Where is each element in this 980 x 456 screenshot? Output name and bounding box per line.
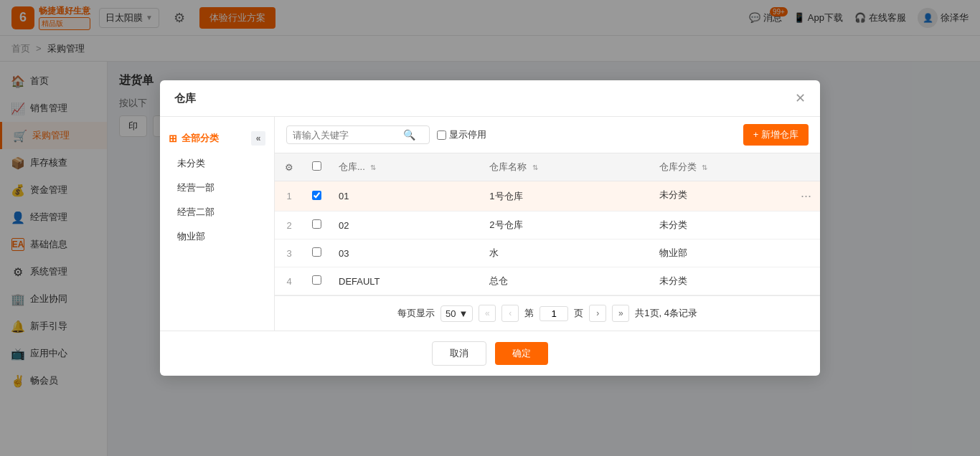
row-num: 1 xyxy=(275,181,303,212)
sort-category-icon: ⇅ xyxy=(702,163,707,171)
row-code: DEFAULT xyxy=(330,267,481,295)
select-all-checkbox[interactable] xyxy=(312,161,321,171)
row-checkbox-cell xyxy=(303,239,330,267)
row-checkbox[interactable] xyxy=(312,191,321,200)
col-settings: ⚙ xyxy=(275,153,303,181)
total-info: 共1页, 4条记录 xyxy=(635,307,697,320)
row-name: 总仓 xyxy=(481,267,650,295)
show-disabled-label[interactable]: 显示停用 xyxy=(437,128,486,141)
category-item-uncategorized[interactable]: 未分类 xyxy=(160,151,274,176)
category-item-ops2[interactable]: 经营二部 xyxy=(160,200,274,224)
first-page-button[interactable]: « xyxy=(479,305,496,322)
category-item-property[interactable]: 物业部 xyxy=(160,224,274,249)
cancel-button[interactable]: 取消 xyxy=(432,341,486,366)
row-num: 2 xyxy=(275,212,303,239)
dialog-title: 仓库 xyxy=(174,92,196,105)
sort-code-icon: ⇅ xyxy=(370,163,376,171)
page-number-input[interactable] xyxy=(540,306,568,321)
col-category: 仓库分类 ⇅ xyxy=(651,153,820,181)
row-num: 4 xyxy=(275,267,303,295)
row-category: 未分类 xyxy=(651,212,820,239)
row-checkbox-cell xyxy=(303,267,330,295)
per-page-arrow-icon: ▼ xyxy=(458,308,468,319)
settings-col-icon: ⚙ xyxy=(285,162,293,173)
row-checkbox-cell xyxy=(303,212,330,239)
search-box: 🔍 xyxy=(286,125,430,144)
row-name: 1号仓库 xyxy=(481,181,650,212)
col-checkbox xyxy=(303,153,330,181)
row-checkbox[interactable] xyxy=(312,247,321,257)
row-actions-icon[interactable]: ··· xyxy=(801,189,811,204)
grid-icon: ⊞ xyxy=(169,133,177,144)
dialog-close-button[interactable]: ✕ xyxy=(795,90,806,106)
row-category: 未分类 xyxy=(651,267,820,295)
dialog-header: 仓库 ✕ xyxy=(160,80,820,117)
row-code: 03 xyxy=(330,239,481,267)
row-category: 未分类 ··· xyxy=(651,181,820,212)
per-page-label: 每页显示 xyxy=(397,307,435,320)
warehouse-dialog: 仓库 ✕ ⊞ 全部分类 « 未分类 经营一部 经营二部 物业部 xyxy=(160,80,820,376)
dialog-body: ⊞ 全部分类 « 未分类 经营一部 经营二部 物业部 🔍 xyxy=(160,117,820,331)
row-name: 水 xyxy=(481,239,650,267)
dialog-left-panel: ⊞ 全部分类 « 未分类 经营一部 经营二部 物业部 xyxy=(160,117,275,331)
col-name: 仓库名称 ⇅ xyxy=(481,153,650,181)
category-header[interactable]: ⊞ 全部分类 « xyxy=(160,125,274,151)
per-page-select[interactable]: 50 ▼ xyxy=(440,305,473,322)
sort-name-icon: ⇅ xyxy=(532,163,538,171)
col-code: 仓库... ⇅ xyxy=(330,153,481,181)
search-icon[interactable]: 🔍 xyxy=(403,129,415,141)
table-row[interactable]: 2 02 2号仓库 未分类 xyxy=(275,212,820,239)
row-checkbox[interactable] xyxy=(312,219,321,229)
prev-page-button[interactable]: ‹ xyxy=(501,305,519,322)
warehouse-table: ⚙ 仓库... ⇅ 仓库名称 xyxy=(275,153,820,295)
last-page-button[interactable]: » xyxy=(612,305,629,322)
row-name: 2号仓库 xyxy=(481,212,650,239)
show-disabled-checkbox[interactable] xyxy=(437,130,446,140)
add-warehouse-button[interactable]: + 新增仓库 xyxy=(743,124,809,146)
dialog-footer: 取消 确定 xyxy=(160,331,820,376)
search-input[interactable] xyxy=(293,130,400,141)
table-row[interactable]: 3 03 水 物业部 xyxy=(275,239,820,267)
table-header-row: ⚙ 仓库... ⇅ 仓库名称 xyxy=(275,153,820,181)
dialog-right-panel: 🔍 显示停用 + 新增仓库 ⚙ xyxy=(275,117,820,331)
pagination: 每页显示 50 ▼ « ‹ 第 页 › » 共1页, 4条记录 xyxy=(275,295,820,331)
row-checkbox[interactable] xyxy=(312,275,321,285)
dialog-overlay: 仓库 ✕ ⊞ 全部分类 « 未分类 经营一部 经营二部 物业部 xyxy=(0,0,980,456)
data-table: ⚙ 仓库... ⇅ 仓库名称 xyxy=(275,153,820,295)
table-body: 1 01 1号仓库 未分类 ··· 2 02 2号仓库 未分类 3 xyxy=(275,181,820,295)
row-checkbox-cell xyxy=(303,181,330,212)
table-row[interactable]: 1 01 1号仓库 未分类 ··· xyxy=(275,181,820,212)
row-code: 02 xyxy=(330,212,481,239)
dialog-toolbar: 🔍 显示停用 + 新增仓库 xyxy=(275,117,820,153)
confirm-button[interactable]: 确定 xyxy=(495,342,548,365)
collapse-button[interactable]: « xyxy=(251,131,265,146)
next-page-button[interactable]: › xyxy=(589,305,606,322)
row-category: 物业部 xyxy=(651,239,820,267)
row-num: 3 xyxy=(275,239,303,267)
row-code: 01 xyxy=(330,181,481,212)
category-item-ops1[interactable]: 经营一部 xyxy=(160,176,274,200)
table-row[interactable]: 4 DEFAULT 总仓 未分类 xyxy=(275,267,820,295)
